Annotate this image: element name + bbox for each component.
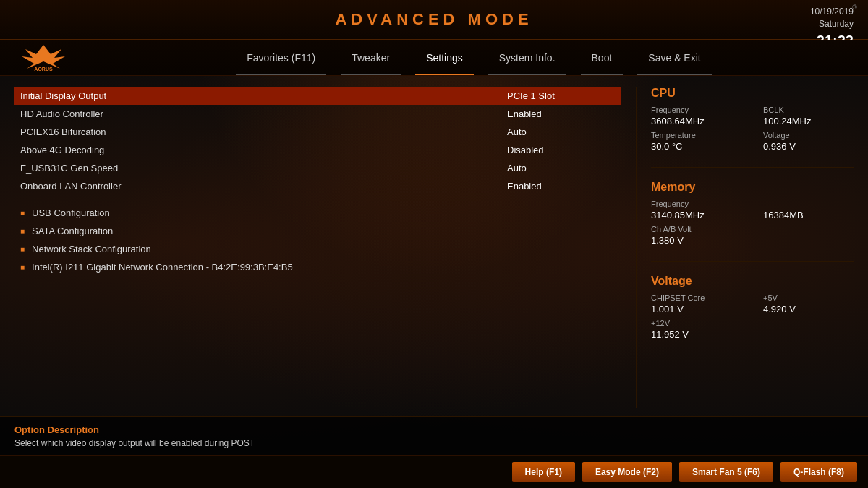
setting-row-pciex16[interactable]: PCIEX16 Bifurcation Auto [14, 123, 621, 141]
nav-tabs: Favorites (F11) Tweaker Settings System … [80, 40, 868, 75]
memory-freq-row: Frequency 3140.85MHz 16384MB [651, 200, 854, 221]
cpu-temp-row: Temperature 30.0 °C Voltage 0.936 V [651, 131, 854, 152]
bullet-icon: ■ [20, 263, 25, 271]
sub-item-sata[interactable]: ■ SATA Configuration [14, 222, 621, 240]
memory-frequency: Frequency 3140.85MHz [651, 200, 741, 221]
bullet-icon: ■ [20, 245, 25, 253]
sub-items: ■ USB Configuration ■ SATA Configuration… [14, 204, 621, 276]
settings-table: Initial Display Output PCIe 1 Slot HD Au… [14, 87, 621, 276]
header: ADVANCED MODE 10/19/2019 Saturday 21:22 … [0, 0, 868, 40]
main-content: Initial Display Output PCIe 1 Slot HD Au… [0, 76, 868, 408]
left-panel: Initial Display Output PCIe 1 Slot HD Au… [14, 87, 637, 408]
sub-item-network-stack[interactable]: ■ Network Stack Configuration [14, 240, 621, 258]
tab-sysinfo[interactable]: System Info. [481, 40, 574, 75]
tab-settings[interactable]: Settings [408, 40, 481, 75]
registered-mark: ® [852, 4, 857, 11]
option-description: Option Description Select which video di… [0, 416, 868, 455]
cpu-temperature: Temperature 30.0 °C [651, 131, 741, 152]
memory-volt-row: Ch A/B Volt 1.380 V [651, 225, 854, 246]
svg-marker-0 [22, 45, 65, 69]
bottom-bar: Help (F1) Easy Mode (F2) Smart Fan 5 (F6… [0, 455, 868, 488]
memory-size: 16384MB [763, 200, 854, 221]
bullet-icon: ■ [20, 209, 25, 217]
cpu-bclk: BCLK 100.24MHz [763, 106, 854, 127]
option-desc-title: Option Description [14, 424, 854, 435]
memory-title: Memory [651, 181, 854, 194]
12v-voltage: +12V 11.952 V [651, 319, 854, 340]
logo: AORUS [0, 43, 80, 72]
voltage-chipset-row: CHIPSET Core 1.001 V +5V 4.920 V [651, 294, 854, 314]
easy-mode-button[interactable]: Easy Mode (F2) [582, 462, 672, 482]
sub-item-usb[interactable]: ■ USB Configuration [14, 204, 621, 222]
cpu-freq-row: Frequency 3608.64MHz BCLK 100.24MHz [651, 106, 854, 127]
sub-item-intel-i211[interactable]: ■ Intel(R) I211 Gigabit Network Connecti… [14, 258, 621, 276]
aorus-logo: AORUS [11, 43, 76, 72]
tab-boot[interactable]: Boot [574, 40, 631, 75]
setting-row-fusb31c[interactable]: F_USB31C Gen Speed Auto [14, 159, 621, 177]
cpu-voltage: Voltage 0.936 V [763, 131, 854, 152]
bullet-icon: ■ [20, 227, 25, 235]
cpu-section: CPU Frequency 3608.64MHz BCLK 100.24MHz … [651, 87, 854, 168]
tab-saveexit[interactable]: Save & Exit [630, 40, 718, 75]
cpu-title: CPU [651, 87, 854, 100]
svg-text:AORUS: AORUS [34, 67, 53, 72]
cpu-frequency: Frequency 3608.64MHz [651, 106, 741, 127]
right-panel: CPU Frequency 3608.64MHz BCLK 100.24MHz … [651, 87, 854, 408]
tab-tweaker[interactable]: Tweaker [333, 40, 408, 75]
help-button[interactable]: Help (F1) [512, 462, 575, 482]
voltage-section: Voltage CHIPSET Core 1.001 V +5V 4.920 V… [651, 275, 854, 355]
5v-voltage: +5V 4.920 V [763, 294, 854, 314]
setting-row-hd-audio[interactable]: HD Audio Controller Enabled [14, 105, 621, 123]
voltage-12v-row: +12V 11.952 V [651, 319, 854, 340]
header-title: ADVANCED MODE [335, 10, 532, 29]
chipset-voltage: CHIPSET Core 1.001 V [651, 294, 741, 314]
voltage-title: Voltage [651, 275, 854, 288]
qflash-button[interactable]: Q-Flash (F8) [780, 462, 857, 482]
memory-section: Memory Frequency 3140.85MHz 16384MB Ch A… [651, 181, 854, 262]
option-desc-text: Select which video display output will b… [14, 438, 854, 448]
setting-row-onboard-lan[interactable]: Onboard LAN Controller Enabled [14, 177, 621, 195]
smart-fan-button[interactable]: Smart Fan 5 (F6) [679, 462, 773, 482]
setting-row-initial-display[interactable]: Initial Display Output PCIe 1 Slot [14, 87, 621, 105]
setting-row-above4g[interactable]: Above 4G Decoding Disabled [14, 141, 621, 159]
tab-favorites[interactable]: Favorites (F11) [229, 40, 333, 75]
date-display: 10/19/2019 Saturday [810, 6, 854, 30]
logo-nav: AORUS Favorites (F11) Tweaker Settings S… [0, 40, 868, 76]
memory-voltage: Ch A/B Volt 1.380 V [651, 225, 854, 246]
